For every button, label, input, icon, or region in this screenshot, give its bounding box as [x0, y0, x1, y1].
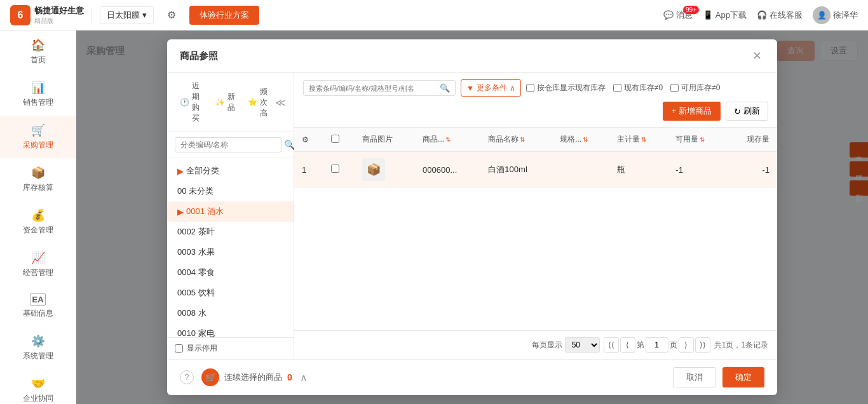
category-search-input[interactable]	[175, 137, 281, 152]
more-filters-button[interactable]: ▼ 更多条件 ∧	[461, 79, 521, 97]
inventory-icon: 📦	[31, 166, 45, 180]
td-checkbox[interactable]	[323, 152, 355, 188]
messages-button[interactable]: 💬 消息 99+	[663, 10, 693, 21]
category-item-all[interactable]: ▶ 全部分类	[167, 161, 294, 181]
user-menu[interactable]: 👤 徐泽华	[813, 6, 858, 24]
sidebar-item-home[interactable]: 🏠 首页	[0, 30, 76, 73]
show-disabled-checkbox[interactable]: 显示停用	[175, 343, 286, 354]
nav-divider	[92, 8, 92, 23]
purchase-icon: 🛒	[31, 123, 45, 137]
available-stock-checkbox-input[interactable]	[613, 84, 621, 92]
prev-page-button[interactable]: ⟨	[620, 337, 635, 353]
sidebar-item-inventory[interactable]: 📦 库存核算	[0, 158, 76, 201]
confirm-button[interactable]: 确定	[722, 367, 764, 387]
th-image: 商品图片	[355, 128, 415, 152]
phone-icon: 📱	[703, 10, 713, 20]
show-disabled-input[interactable]	[175, 344, 183, 353]
sidebar-item-business[interactable]: 📈 经营管理	[0, 243, 76, 286]
category-item-snack[interactable]: 0004 零食	[167, 262, 294, 283]
td-code: 000600...	[415, 152, 480, 188]
page-size-selector: 每页显示 50 10 20 100	[532, 337, 600, 353]
first-page-button[interactable]: ⟨⟨	[604, 337, 619, 353]
refresh-icon: ↻	[734, 107, 741, 116]
chevron-up-icon: ∧	[510, 84, 515, 93]
td-unit: 瓶	[609, 152, 668, 188]
table-row[interactable]: 1 📦 000600... 白酒100ml 瓶	[294, 152, 777, 188]
app-download-button[interactable]: 📱 App下载	[703, 10, 747, 21]
help-button[interactable]: ?	[180, 370, 194, 384]
category-item-water[interactable]: 0008 水	[167, 303, 294, 323]
table-header-row: ⚙ 商品图片 商品...⇅ 商品名称⇅ 规格...⇅ 主计量⇅ 可用量⇅ 现存	[294, 128, 777, 152]
th-unit[interactable]: 主计量⇅	[609, 128, 668, 152]
tab-recent-purchase[interactable]: 🕐 近期购买	[175, 78, 208, 126]
trial-button[interactable]: 体验行业方案	[189, 6, 259, 25]
tab-new-products[interactable]: ✨ 新品	[210, 89, 240, 116]
base-info-icon: EA	[30, 293, 45, 306]
category-item-appliances[interactable]: 0010 家电	[167, 323, 294, 337]
sidebar: 🏠 首页 📊 销售管理 🛒 采购管理 📦 库存核算 💰 资金管理 📈 经营管理 …	[0, 30, 76, 404]
category-item-beverage[interactable]: 0005 饮料	[167, 283, 294, 303]
sidebar-item-label: 销售管理	[23, 97, 53, 108]
next-page-button[interactable]: ⟩	[679, 337, 694, 353]
th-settings[interactable]: ⚙	[294, 128, 323, 152]
sidebar-item-label: 资金管理	[23, 225, 53, 236]
avatar: 👤	[813, 6, 831, 24]
sidebar-item-collab[interactable]: 🤝 企业协同	[0, 369, 76, 404]
sidebar-item-label: 基础信息	[23, 308, 53, 319]
th-stock: 现存量	[727, 128, 777, 152]
settings-button[interactable]: ⚙	[161, 5, 182, 25]
page-size-select[interactable]: 50 10 20 100	[565, 337, 600, 353]
footer-collapse-button[interactable]: ∧	[300, 372, 308, 384]
sort-name-icon: ⇅	[520, 136, 525, 143]
select-all-checkbox[interactable]	[331, 135, 339, 143]
product-search-input[interactable]	[309, 84, 437, 92]
modal-close-button[interactable]: ✕	[749, 48, 764, 64]
sidebar-item-sales[interactable]: 📊 销售管理	[0, 73, 76, 116]
online-service-button[interactable]: 🎧 在线客服	[757, 10, 803, 21]
category-search-icon[interactable]: 🔍	[284, 140, 295, 150]
product-search-icon[interactable]: 🔍	[440, 83, 450, 93]
category-item-tea[interactable]: 0002 茶叶	[167, 222, 294, 242]
category-item-uncategorized[interactable]: 00 未分类	[167, 181, 294, 201]
th-code[interactable]: 商品...⇅	[415, 128, 480, 152]
add-product-button[interactable]: + 新增商品	[663, 102, 721, 121]
expand-icon: ▶	[177, 166, 184, 176]
sidebar-item-finance[interactable]: 💰 资金管理	[0, 201, 76, 243]
usable-stock-checkbox-input[interactable]	[670, 84, 679, 92]
tab-frequent[interactable]: ⭐ 频次高	[243, 84, 273, 121]
sidebar-item-base-info[interactable]: EA 基础信息	[0, 286, 76, 327]
td-name: 白酒100ml	[480, 152, 552, 188]
row-checkbox[interactable]	[331, 165, 339, 173]
new-icon: ✨	[215, 98, 225, 107]
sidebar-item-purchase[interactable]: 🛒 采购管理	[0, 116, 76, 158]
checkbox-warehouse[interactable]: 按仓库显示现有库存	[526, 83, 606, 93]
panel-collapse-button[interactable]: ≪	[275, 97, 286, 109]
store-selector[interactable]: 日太阳膜 ▾	[100, 6, 154, 24]
pagination: 每页显示 50 10 20 100 ⟨⟨ ⟨	[294, 330, 777, 359]
logo-text: 畅捷通好生意 精品版	[34, 5, 84, 25]
last-page-button[interactable]: ⟩⟩	[695, 337, 710, 353]
modal-body: 🕐 近期购买 ✨ 新品 ⭐ 频次高 ≪	[167, 73, 777, 359]
th-spec[interactable]: 规格...⇅	[552, 128, 609, 152]
refresh-button[interactable]: ↻ 刷新	[726, 102, 768, 121]
th-name[interactable]: 商品名称⇅	[480, 128, 552, 152]
sidebar-item-system[interactable]: ⚙️ 系统管理	[0, 327, 76, 369]
warehouse-checkbox-input[interactable]	[526, 84, 534, 92]
th-available[interactable]: 可用量⇅	[668, 128, 726, 152]
page-number-input[interactable]	[646, 337, 668, 353]
messages-badge: 99+	[683, 6, 699, 14]
table-settings-icon[interactable]: ⚙	[302, 135, 309, 144]
modal-header: 商品参照 ✕	[167, 39, 777, 73]
cart-icon: 🛒	[201, 368, 219, 386]
sidebar-item-label: 系统管理	[23, 351, 53, 361]
checkbox-available-stock[interactable]: 现有库存≠0	[613, 83, 663, 93]
category-item-liquor[interactable]: ▶ 0001 酒水	[167, 201, 294, 222]
modal-footer: ? 🛒 连续选择的商品 0 ∧ 取消 确定	[167, 359, 777, 395]
checkbox-usable-stock[interactable]: 可用库存≠0	[670, 83, 720, 93]
th-checkbox[interactable]	[323, 128, 355, 152]
category-item-fruit[interactable]: 0003 水果	[167, 242, 294, 262]
right-panel: 🔍 ▼ 更多条件 ∧ 按仓库显示现有库存	[294, 73, 777, 359]
sidebar-item-label: 采购管理	[23, 140, 53, 151]
cancel-button[interactable]: 取消	[673, 367, 716, 387]
sidebar-item-label: 企业协同	[23, 393, 53, 404]
